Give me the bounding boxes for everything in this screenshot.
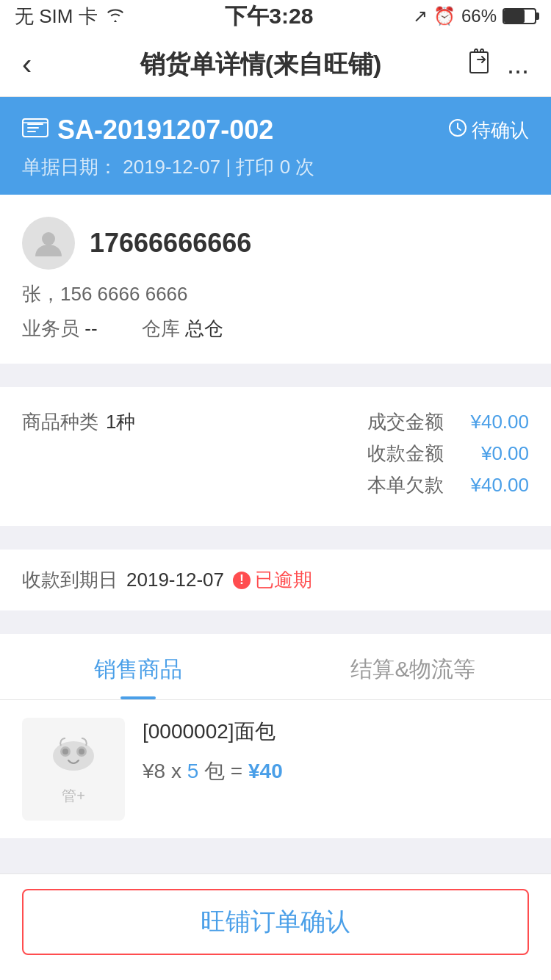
carrier-text: 无 SIM 卡: [15, 4, 98, 29]
print-unit: 次: [295, 156, 314, 178]
overdue-badge: ! 已逾期: [233, 567, 312, 593]
status-bar-right: ↗ ⏰ 66%: [413, 6, 536, 26]
divider-1: [0, 375, 551, 387]
owed-amount-value: ¥40.00: [455, 474, 529, 497]
status-text: 待确认: [472, 118, 529, 143]
print-count: 0: [280, 156, 290, 178]
summary-row: 商品种类 1种 成交金额 ¥40.00 收款金额 ¥0.00 本单欠款 ¥40.…: [22, 409, 529, 504]
bottom-bar: 旺铺订单确认: [0, 873, 551, 980]
amounts-column: 成交金额 ¥40.00 收款金额 ¥0.00 本单欠款 ¥40.00: [367, 409, 529, 504]
svg-rect-0: [470, 52, 488, 73]
brand-label: 管+: [62, 786, 85, 806]
customer-top: 17666666666: [22, 217, 529, 270]
summary-section: 商品种类 1种 成交金额 ¥40.00 收款金额 ¥0.00 本单欠款 ¥40.…: [0, 387, 551, 526]
svg-point-8: [79, 749, 84, 754]
product-equals: =: [231, 760, 248, 782]
customer-contact: 张，156 6666 6666: [22, 281, 529, 307]
overdue-text: 已逾期: [255, 567, 312, 593]
status-bar: 无 SIM 卡 下午3:28 ↗ ⏰ 66%: [0, 0, 551, 32]
product-image-placeholder: 管+: [48, 732, 99, 806]
customer-section: 17666666666 张，156 6666 6666 业务员 -- 仓库 总仓: [0, 195, 551, 364]
print-separator: |: [226, 156, 236, 178]
tab-settlement-logistics[interactable]: 结算&物流等: [276, 634, 551, 699]
owed-amount-row: 本单欠款 ¥40.00: [367, 472, 529, 498]
status-bar-time: 下午3:28: [225, 1, 313, 32]
order-header-top: SA-20191207-002 待确认: [22, 115, 529, 145]
product-qty: 5: [187, 760, 199, 782]
battery-icon: [503, 8, 536, 24]
svg-point-4: [53, 741, 94, 771]
due-date-section: 收款到期日 2019-12-07 ! 已逾期: [0, 550, 551, 610]
warehouse-value: 总仓: [185, 317, 223, 339]
confirm-order-button[interactable]: 旺铺订单确认: [22, 889, 529, 955]
product-image: 管+: [22, 718, 125, 821]
svg-point-3: [42, 232, 55, 245]
transaction-amount-row: 成交金额 ¥40.00: [367, 409, 529, 435]
nav-title: 销货单详情(来自旺铺): [66, 48, 455, 82]
transaction-amount-label: 成交金额: [367, 409, 444, 435]
goods-type-row: 商品种类 1种: [22, 409, 135, 435]
order-date-line: 单据日期： 2019-12-07 | 打印 0 次: [22, 154, 529, 180]
avatar: [22, 217, 75, 270]
transaction-amount-value: ¥40.00: [455, 411, 529, 433]
status-bar-left: 无 SIM 卡: [15, 4, 126, 29]
due-date-value: 2019-12-07: [126, 569, 224, 591]
product-info: [0000002]面包 ¥8 x 5 包 = ¥40: [143, 718, 529, 785]
sales-rep-label: 业务员: [22, 317, 79, 339]
sales-rep-value: --: [84, 317, 97, 339]
product-price-line: ¥8 x 5 包 = ¥40: [143, 757, 529, 785]
svg-point-7: [62, 749, 68, 754]
divider-2: [0, 526, 551, 538]
warehouse-item: 仓库 总仓: [142, 316, 223, 342]
date-label: 单据日期：: [22, 156, 118, 178]
date-value: 2019-12-07: [123, 156, 220, 178]
tab-sales-products[interactable]: 销售商品: [0, 634, 276, 699]
clock-icon: [448, 118, 467, 143]
product-item: 管+ [0000002]面包 ¥8 x 5 包 = ¥40: [0, 700, 551, 838]
divider-3: [0, 610, 551, 622]
order-id: SA-20191207-002: [22, 115, 273, 145]
customer-meta: 业务员 -- 仓库 总仓: [22, 316, 529, 342]
received-amount-value: ¥0.00: [455, 442, 529, 465]
more-icon[interactable]: ...: [507, 49, 529, 80]
nav-bar: ‹ 销货单详情(来自旺铺) ...: [0, 32, 551, 97]
order-number: SA-20191207-002: [57, 115, 273, 145]
brand-logo-icon: [48, 732, 99, 782]
owed-amount-label: 本单欠款: [367, 472, 444, 498]
received-amount-label: 收款金额: [367, 441, 444, 466]
order-header: SA-20191207-002 待确认 单据日期： 2019-12-07 | 打…: [0, 97, 551, 195]
tabs-section: 销售商品 结算&物流等: [0, 634, 551, 838]
sales-rep-item: 业务员 --: [22, 316, 98, 342]
warehouse-label: 仓库: [142, 317, 180, 339]
goods-type-label: 商品种类: [22, 409, 98, 435]
location-icon: ↗: [413, 6, 428, 26]
tabs-header: 销售商品 结算&物流等: [0, 634, 551, 700]
product-name: [0000002]面包: [143, 718, 529, 746]
customer-phone: 17666666666: [90, 228, 251, 259]
order-id-icon: [22, 115, 48, 145]
product-price-label: ¥8 x: [143, 760, 187, 782]
share-icon[interactable]: [466, 48, 492, 81]
print-label: 打印: [236, 156, 274, 178]
overdue-dot-icon: !: [233, 572, 251, 589]
wifi-icon: [105, 5, 126, 28]
nav-actions: ...: [455, 48, 529, 81]
order-status: 待确认: [448, 118, 529, 143]
goods-type-value: 1种: [106, 409, 135, 435]
product-total-price: ¥40: [248, 760, 283, 782]
battery-percent: 66%: [461, 6, 497, 26]
product-qty-unit: 包: [204, 760, 225, 782]
received-amount-row: 收款金额 ¥0.00: [367, 441, 529, 466]
alarm-icon: ⏰: [433, 6, 455, 26]
back-button[interactable]: ‹: [22, 48, 66, 81]
due-date-label: 收款到期日: [22, 567, 118, 593]
